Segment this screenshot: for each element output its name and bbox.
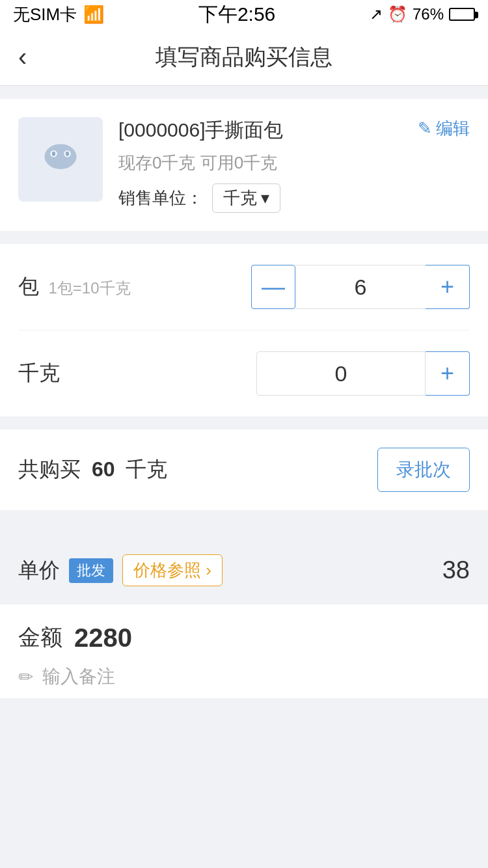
total-label: 共购买 — [18, 457, 81, 481]
product-stock: 现存0千克 可用0千克 — [118, 152, 470, 174]
unit-select[interactable]: 千克 ▾ — [212, 183, 280, 213]
location-icon: ↗ — [370, 5, 383, 23]
remark-row[interactable]: ✏ 输入备注 — [18, 664, 470, 689]
page-title: 填写商品购买信息 — [156, 42, 332, 72]
status-bar: 无SIM卡 📶 下午2:56 ↗ ⏰ 76% — [0, 0, 488, 29]
back-button[interactable]: ‹ — [18, 42, 27, 72]
battery-icon — [449, 8, 475, 21]
product-image — [18, 117, 103, 202]
total-unit: 千克 — [126, 457, 167, 481]
kg-quantity-controls: + — [256, 351, 470, 396]
carrier-text: 无SIM卡 — [13, 3, 77, 26]
total-value: 60 — [92, 457, 115, 481]
battery-percent: 76% — [413, 5, 444, 23]
bag-minus-button[interactable]: — — [251, 265, 295, 309]
quantity-section: 包 1包=10千克 — + 千克 + — [0, 244, 488, 416]
bag-sublabel: 1包=10千克 — [48, 279, 130, 297]
pencil-icon: ✏ — [18, 666, 33, 688]
svg-point-3 — [52, 152, 55, 156]
total-section: 共购买 60 千克 录批次 — [0, 429, 488, 510]
status-time: 下午2:56 — [198, 1, 275, 28]
bag-quantity-input[interactable] — [295, 265, 426, 309]
edit-label: 编辑 — [436, 117, 470, 140]
kg-plus-button[interactable]: + — [426, 351, 470, 396]
status-right: ↗ ⏰ 76% — [370, 5, 475, 23]
kg-label-group: 千克 — [18, 359, 60, 388]
total-text: 共购买 60 千克 — [18, 455, 167, 484]
price-left: 单价 批发 价格参照 › — [18, 554, 223, 586]
price-label: 单价 — [18, 556, 60, 585]
bag-label-group: 包 1包=10千克 — [18, 273, 131, 301]
svg-point-4 — [66, 152, 69, 156]
status-left: 无SIM卡 📶 — [13, 3, 104, 26]
amount-value: 2280 — [74, 623, 132, 653]
kg-quantity-input[interactable] — [256, 351, 426, 396]
svg-point-0 — [45, 144, 77, 169]
amount-label: 金额 — [18, 623, 62, 653]
chevron-down-icon: ▾ — [261, 188, 269, 208]
amount-row: 金额 2280 — [18, 623, 470, 653]
section-divider-1 — [0, 231, 488, 244]
kg-quantity-row: 千克 + — [18, 331, 470, 416]
product-card: [0000006]手撕面包 现存0千克 可用0千克 销售单位： 千克 ▾ ✎ 编… — [0, 99, 488, 231]
product-name: [0000006]手撕面包 — [118, 117, 470, 144]
unit-value: 千克 — [223, 187, 257, 210]
batch-button[interactable]: 录批次 — [377, 448, 470, 492]
price-value: 38 — [442, 556, 470, 584]
amount-section: 金额 2280 ✏ 输入备注 — [0, 604, 488, 698]
bag-label: 包 — [18, 275, 39, 298]
price-section: 单价 批发 价格参照 › 38 — [0, 536, 488, 604]
plus-icon-2: + — [441, 360, 454, 387]
nav-bar: ‹ 填写商品购买信息 — [0, 29, 488, 86]
price-row: 单价 批发 价格参照 › 38 — [18, 554, 470, 586]
unit-label: 销售单位： — [118, 187, 203, 210]
section-divider-2 — [0, 510, 488, 523]
bag-quantity-row: 包 1包=10千克 — + — [18, 244, 470, 331]
bag-plus-button[interactable]: + — [426, 265, 470, 309]
product-info: [0000006]手撕面包 现存0千克 可用0千克 销售单位： 千克 ▾ — [118, 117, 470, 213]
price-tag: 批发 — [69, 558, 113, 583]
alarm-icon: ⏰ — [388, 5, 407, 23]
minus-icon: — — [262, 273, 285, 301]
edit-button[interactable]: ✎ 编辑 — [418, 117, 470, 140]
price-ref-button[interactable]: 价格参照 › — [122, 554, 223, 586]
kg-label: 千克 — [18, 361, 60, 385]
remark-placeholder: 输入备注 — [42, 664, 115, 689]
empty-space — [0, 698, 488, 868]
product-logo-icon — [38, 137, 83, 182]
wifi-icon: 📶 — [83, 5, 104, 25]
product-unit-row: 销售单位： 千克 ▾ — [118, 183, 470, 213]
edit-icon: ✎ — [418, 118, 432, 139]
bag-quantity-controls: — + — [251, 265, 470, 309]
plus-icon: + — [441, 273, 454, 301]
